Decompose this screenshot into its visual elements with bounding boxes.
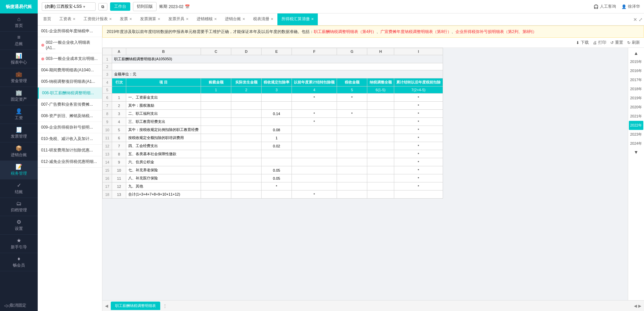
- year-item-2024年[interactable]: 2024年: [629, 139, 643, 148]
- row-col2-7[interactable]: [231, 142, 262, 150]
- row-col7-2[interactable]: *: [394, 102, 443, 110]
- scroll-right-icon2[interactable]: ▶: [638, 304, 641, 308]
- row-col6-8[interactable]: [367, 150, 394, 158]
- row-col6-6[interactable]: [367, 134, 394, 142]
- tab-close-invoice-open[interactable]: ✕: [186, 17, 189, 21]
- tab-purchase-ledger[interactable]: 进销台账 ✕: [221, 13, 249, 25]
- row-col4-7[interactable]: [292, 142, 337, 150]
- row-col4-4[interactable]: *: [292, 118, 337, 126]
- row-col7-6[interactable]: *: [394, 134, 443, 142]
- row-col6-12[interactable]: [367, 182, 394, 191]
- year-item-2016年[interactable]: 2016年: [629, 66, 643, 75]
- row-item-11[interactable]: 八、补充医疗保险: [126, 174, 201, 182]
- tab-salary[interactable]: 工资表 ✕: [55, 13, 79, 25]
- list-item-012[interactable]: 012-减免企业所得税优惠明细...: [38, 156, 102, 168]
- row-col4-8[interactable]: [292, 150, 337, 158]
- list-item-006[interactable]: 006-职工薪酬纳税调整明细...: [38, 88, 102, 99]
- year-item-2023年[interactable]: 2023年: [629, 130, 643, 139]
- row-col1-11[interactable]: [201, 174, 231, 182]
- year-item-2017年[interactable]: 2017年: [629, 75, 643, 84]
- download-button[interactable]: ⬇ 下载: [576, 40, 589, 45]
- row-col4-12[interactable]: [292, 182, 337, 191]
- sheet-options[interactable]: ⋮: [163, 304, 167, 308]
- row-col3-11[interactable]: 0.05: [262, 174, 292, 182]
- row-col4-13[interactable]: *: [292, 191, 337, 199]
- row-item-12[interactable]: 九、其他: [126, 182, 201, 191]
- row-col5-12[interactable]: [337, 182, 367, 191]
- tab-home[interactable]: 首页: [39, 13, 55, 25]
- row-item-5[interactable]: 其中：按税收规定比例扣除的职工教育经费: [126, 126, 201, 134]
- row-col7-1[interactable]: *: [394, 94, 443, 102]
- row-item-6[interactable]: 按税收规定全额扣除的职培训费用: [126, 134, 201, 142]
- row-col5-13[interactable]: [337, 191, 367, 199]
- list-item-009[interactable]: 009-企业所得税弥补亏损明...: [38, 122, 102, 133]
- row-col4-10[interactable]: [292, 166, 337, 174]
- list-item-005[interactable]: 005-纳税调整项目明细表(A1...: [38, 76, 102, 88]
- tab-maximize[interactable]: ⤢: [639, 17, 643, 22]
- row-col7-10[interactable]: *: [394, 166, 443, 174]
- row-item-4[interactable]: 三、职工教育经费支出: [126, 118, 201, 126]
- sidebar-item-tax[interactable]: 📝 税务管理: [0, 161, 38, 179]
- row-col5-3[interactable]: *: [337, 110, 367, 118]
- row-item-9[interactable]: 六、住房公积金: [126, 158, 201, 166]
- tab-close-purchase-verify[interactable]: ✕: [214, 17, 217, 21]
- tab-purchase-verify[interactable]: 进销稽核 ✕: [193, 13, 221, 25]
- row-col6-3[interactable]: [367, 110, 394, 118]
- company-select[interactable]: (勿删) 江西股宝-LSS ▾: [42, 2, 96, 11]
- copy-btn[interactable]: ⧉: [98, 3, 107, 10]
- row-col1-1[interactable]: [201, 94, 231, 102]
- row-col1-4[interactable]: [201, 118, 231, 126]
- row-col4-11[interactable]: [292, 174, 337, 182]
- year-item-2019年[interactable]: 2019年: [629, 94, 643, 103]
- tab-salary-stats[interactable]: 工资统计报表 ✕: [79, 13, 116, 25]
- row-col5-8[interactable]: [337, 150, 367, 158]
- row-col3-7[interactable]: 0.02: [262, 142, 292, 150]
- user-profile[interactable]: 👤 徐泽华: [621, 4, 640, 9]
- tab-income-tax[interactable]: 所得税汇算清缴 ✕: [277, 13, 318, 25]
- row-col3-8[interactable]: [262, 150, 292, 158]
- row-col2-10[interactable]: [231, 166, 262, 174]
- row-col2-12[interactable]: [231, 182, 262, 191]
- row-col2-11[interactable]: [231, 174, 262, 182]
- row-col5-9[interactable]: [337, 158, 367, 166]
- row-col6-5[interactable]: [367, 126, 394, 134]
- list-item-002[interactable]: ⊗ 002-一般企业收入明细表(A1...: [38, 37, 102, 53]
- sidebar-item-home[interactable]: ⌂ 首页: [0, 13, 38, 32]
- list-item-001[interactable]: 001-企业所得税年度纳税申...: [38, 26, 102, 37]
- row-col3-5[interactable]: 0.08: [262, 126, 292, 134]
- tab-invoice-open[interactable]: 发票开具 ✕: [164, 13, 193, 25]
- list-item-011[interactable]: 011-研发费用加计扣除优惠...: [38, 145, 102, 156]
- row-col2-6[interactable]: [231, 134, 262, 142]
- year-item-2018年[interactable]: 2018年: [629, 84, 643, 94]
- row-col3-10[interactable]: 0.05: [262, 166, 292, 174]
- refresh-button[interactable]: ↻ 刷新: [627, 40, 640, 45]
- row-col1-5[interactable]: [201, 126, 231, 134]
- row-item-13[interactable]: 合计(1+3+4+7+8+9+10+11+12): [126, 191, 201, 199]
- row-col7-5[interactable]: *: [394, 126, 443, 134]
- row-col7-9[interactable]: *: [394, 158, 443, 166]
- row-item-8[interactable]: 五、各类基本社会保障性缴款: [126, 150, 201, 158]
- row-item-3[interactable]: 二、职工福利支出: [126, 110, 201, 118]
- row-col7-8[interactable]: *: [394, 150, 443, 158]
- row-col3-12[interactable]: *: [262, 182, 292, 191]
- row-col1-6[interactable]: [201, 134, 231, 142]
- sidebar-item-purchase-sale[interactable]: 📦 进销台账: [0, 142, 38, 161]
- row-item-2[interactable]: 其中：股权激励: [126, 102, 201, 110]
- row-col1-12[interactable]: [201, 182, 231, 191]
- row-col4-9[interactable]: [292, 158, 337, 166]
- sidebar-item-member[interactable]: ♦ 畅会员: [0, 253, 38, 271]
- row-col7-7[interactable]: *: [394, 142, 443, 150]
- tab-close-salary-stats[interactable]: ✕: [109, 17, 112, 21]
- tab-close-invoice-calc[interactable]: ✕: [158, 17, 160, 21]
- tab-tax-clearance[interactable]: 税表清册 ✕: [249, 13, 277, 25]
- cancel-fixed-btn[interactable]: ◁◁ 取消固定: [0, 300, 38, 311]
- row-col2-3[interactable]: [231, 110, 262, 118]
- year-item-2020年[interactable]: 2020年: [629, 103, 643, 112]
- row-col3-9[interactable]: [262, 158, 292, 166]
- row-col3-6[interactable]: 1: [262, 134, 292, 142]
- row-col6-2[interactable]: [367, 102, 394, 110]
- row-col1-7[interactable]: [201, 142, 231, 150]
- tab-close-salary[interactable]: ✕: [73, 17, 75, 21]
- row-col7-11[interactable]: *: [394, 174, 443, 182]
- row-col6-1[interactable]: [367, 94, 394, 102]
